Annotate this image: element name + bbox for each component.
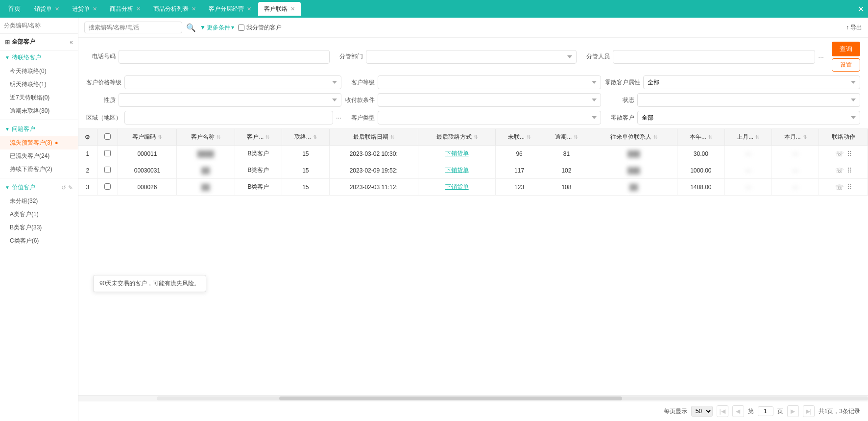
gender-select[interactable] [119,93,341,107]
contact-action-icon-0[interactable]: ☏ [835,150,844,158]
contact-action-icon-2[interactable]: ☏ [835,183,844,191]
cell-year-0: 30.00 [677,146,724,162]
filter-search-input[interactable] [84,22,182,33]
export-button[interactable]: ↑ 导出 [846,24,862,32]
sidebar-item-churn-warning[interactable]: 流失预警客户(3) ● [0,136,78,149]
tab-product-analysis-list[interactable]: 商品分析列表 ✕ [147,2,202,16]
refresh-icon[interactable]: ↺ [61,184,66,191]
phone-input[interactable] [119,50,330,64]
row-checkbox-1[interactable] [104,167,111,173]
sidebar-item-churned[interactable]: 已流失客户(24) [0,149,78,163]
filter-more-button[interactable]: ▼ 更多条件 ▾ [200,24,234,32]
cell-method-0[interactable]: 下销货单 [418,146,495,162]
payment-select[interactable] [378,93,601,107]
th-overdue[interactable]: 逾期... ⇅ [543,129,590,146]
scrollbar-thumb[interactable] [279,396,622,400]
th-contact-count[interactable]: 联络... ⇅ [282,129,329,146]
tab-product-analysis[interactable]: 商品分析 ✕ [104,2,146,16]
tab-close-product-analysis[interactable]: ✕ [136,6,141,12]
close-window-icon[interactable]: ✕ [858,4,864,14]
sidebar-item-class-a[interactable]: A类客户(1) [0,208,78,221]
row-checkbox-0[interactable] [104,150,111,156]
th-uncontacted[interactable]: 未联... ⇅ [496,129,543,146]
filter-my-customers: 我分管的客户 [238,24,282,32]
filter-search-button[interactable]: 🔍 [186,23,196,32]
contact-action-icon-1[interactable]: ☏ [835,167,844,174]
cell-year-2: 1408.00 [677,179,724,196]
sidebar-group-value[interactable]: ▼ 价值客户 ↺ ✎ [0,180,78,195]
th-last-month[interactable]: 上月... ⇅ [724,129,772,146]
tab-close-contact[interactable]: ✕ [290,6,295,12]
sidebar-group-problem[interactable]: ▼ 问题客户 [0,122,78,136]
tab-bar: 首页 销货单 ✕ 进货单 ✕ 商品分析 ✕ 商品分析列表 ✕ 客户分层经营 ✕ … [0,0,868,18]
tab-close-product-list[interactable]: ✕ [192,6,196,12]
cell-type-2: B类客户 [235,179,282,196]
sort-icon-type: ⇅ [265,134,269,140]
sidebar-item-7days[interactable]: 近7天待联络(0) [0,91,78,104]
manager-input[interactable] [613,50,815,64]
tab-purchase-order[interactable]: 进货单 ✕ [66,2,103,16]
sidebar-search-input[interactable] [4,22,77,29]
horizontal-scrollbar[interactable] [78,395,868,401]
zero-attr-select[interactable]: 全部 [643,75,860,89]
scrollbar-track [157,396,868,400]
cell-uncontacted-0: 96 [496,146,543,162]
next-page-button[interactable]: ▶ [787,405,799,417]
sidebar-item-declining[interactable]: 持续下滑客户(2) [0,163,78,176]
collapse-icon[interactable]: « [70,39,73,46]
sidebar-all-customers[interactable]: ⊞ 全部客户 « [0,34,78,50]
my-customers-checkbox[interactable] [238,25,244,31]
th-last-contact-method[interactable]: 最后联络方式 ⇅ [418,129,495,146]
region-input[interactable] [124,111,333,124]
customer-level-select[interactable] [378,75,601,89]
cell-method-2[interactable]: 下销货单 [418,179,495,196]
price-level-select[interactable] [124,75,341,89]
sidebar-item-class-b[interactable]: B类客户(33) [0,221,78,234]
more-action-icon-0[interactable]: ⠿ [847,150,852,158]
sidebar-item-today[interactable]: 今天待联络(0) [0,65,78,78]
row-checkbox-2[interactable] [104,183,111,190]
tab-sales-order[interactable]: 销货单 ✕ [28,2,65,16]
th-this-month[interactable]: 本月... ⇅ [772,129,819,146]
sidebar-item-class-c[interactable]: C类客户(6) [0,234,78,248]
filter-field-customer-level: 客户等级 [345,75,601,89]
last-page-button[interactable]: ▶| [803,405,815,417]
settings-button[interactable]: 设置 [832,58,860,72]
th-customer-type[interactable]: 客户... ⇅ [235,129,282,146]
more-action-icon-1[interactable]: ⠿ [847,167,852,174]
cell-method-1[interactable]: 下销货单 [418,162,495,179]
sidebar-item-tomorrow[interactable]: 明天待联络(1) [0,78,78,91]
content-area: 🔍 ▼ 更多条件 ▾ 我分管的客户 ↑ 导出 电话号码 [78,18,868,421]
manager-more-icon[interactable]: ··· [818,53,824,61]
zero-customer-select[interactable]: 全部 [637,111,860,124]
dept-select[interactable] [366,50,577,64]
sidebar-item-unclassified[interactable]: 未分组(32) [0,195,78,208]
select-all-checkbox[interactable] [104,133,111,140]
first-page-button[interactable]: |◀ [717,405,728,417]
status-select[interactable] [637,93,860,107]
tab-customer-segment[interactable]: 客户分层经营 ✕ [203,2,257,16]
tab-close-segment[interactable]: ✕ [247,6,251,12]
th-this-year[interactable]: 本年... ⇅ [677,129,724,146]
query-button[interactable]: 查询 [832,42,860,56]
tab-home[interactable]: 首页 [4,4,24,13]
prev-page-button[interactable]: ◀ [732,405,744,417]
region-more-icon[interactable]: ··· [336,114,342,122]
th-last-contact-date[interactable]: 最后联络日期 ⇅ [329,129,418,146]
th-settings[interactable]: ⚙ [78,129,97,146]
tab-close-purchase[interactable]: ✕ [93,6,97,12]
th-contact-person[interactable]: 往来单位联系人 ⇅ [590,129,677,146]
th-name[interactable]: 客户名称 ⇅ [176,129,235,146]
filter-field-gender: 性质 [86,93,341,107]
per-page-select[interactable]: 50 [691,406,713,417]
customer-type-select[interactable] [378,111,601,124]
page-number-input[interactable] [758,406,773,416]
tab-customer-contact[interactable]: 客户联络 ✕ [258,2,301,16]
sidebar-group-pending[interactable]: ▼ 待联络客户 [0,50,78,65]
more-action-icon-2[interactable]: ⠿ [847,183,852,191]
th-code[interactable]: 客户编码 ⇅ [118,129,176,146]
sidebar-item-overdue[interactable]: 逾期未联络(30) [0,104,78,118]
filter-field-zero-customer: 零散客户 全部 [605,111,860,124]
edit-icon[interactable]: ✎ [68,184,73,191]
tab-close-sales[interactable]: ✕ [55,6,59,12]
